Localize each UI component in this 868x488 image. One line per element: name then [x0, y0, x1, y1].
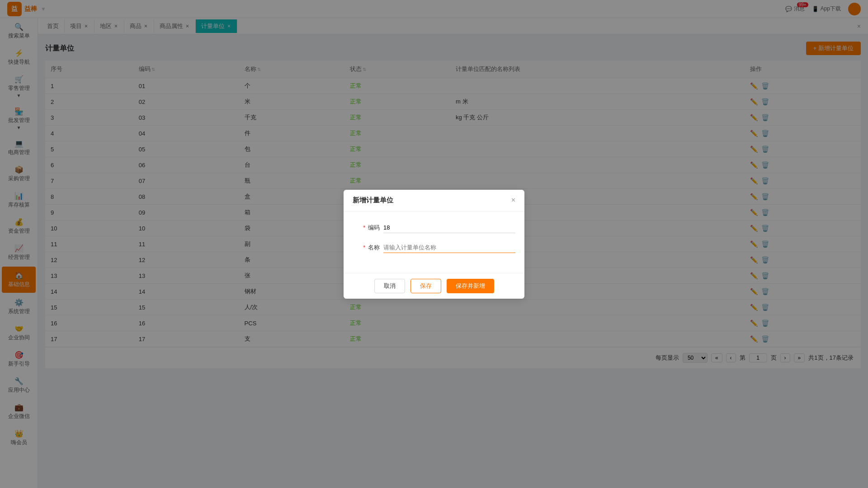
add-unit-modal: 新增计量单位 × * 编码 * 名称 取消 保存 保存并新增	[344, 190, 524, 299]
save-new-button[interactable]: 保存并新增	[447, 279, 494, 293]
name-required-star: *	[363, 244, 365, 251]
modal-title: 新增计量单位	[353, 196, 393, 205]
modal-footer: 取消 保存 保存并新增	[344, 273, 524, 299]
save-button[interactable]: 保存	[410, 279, 441, 293]
name-input[interactable]	[383, 242, 515, 253]
modal-body: * 编码 * 名称	[344, 211, 524, 273]
form-row-code: * 编码	[353, 222, 515, 233]
form-row-name: * 名称	[353, 242, 515, 253]
code-required-star: *	[363, 224, 365, 231]
code-label: * 编码	[353, 224, 380, 232]
modal-header: 新增计量单位 ×	[344, 190, 524, 211]
name-label: * 名称	[353, 244, 380, 252]
name-label-text: 名称	[368, 244, 380, 251]
code-input[interactable]	[383, 222, 515, 233]
modal-overlay: 新增计量单位 × * 编码 * 名称 取消 保存 保存并新增	[0, 0, 868, 488]
cancel-button[interactable]: 取消	[374, 279, 405, 293]
modal-close-btn[interactable]: ×	[511, 196, 515, 204]
code-label-text: 编码	[368, 224, 380, 231]
